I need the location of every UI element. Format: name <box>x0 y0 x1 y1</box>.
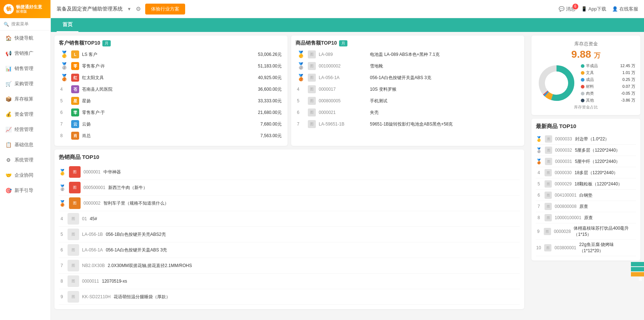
cs-hotline-btn[interactable]: 客服热线 <box>631 262 644 266</box>
legend-label: 文具 <box>586 70 621 75</box>
phone-icon: 📱 <box>581 6 587 12</box>
message-item[interactable]: 💬 消息 6 <box>559 6 575 12</box>
customer-rank-row: 🥈 零 零售客户·许 51,183.00元 <box>59 60 283 72</box>
latest-code: 003800001 <box>554 245 576 250</box>
sidebar-item-basic[interactable]: 📋 基础信息 <box>0 137 50 152</box>
legend-dot <box>581 99 584 102</box>
basic-icon: 📋 <box>5 141 12 148</box>
app-logo: 畅 畅捷通好生意 标准版 <box>0 0 50 18</box>
topbar-right: 💬 消息 6 📱 App下载 👤 在线客服 <box>559 6 638 12</box>
product-rank-row: 6 图 0000021 夹壳 <box>295 107 520 118</box>
latest-product-item: 10 图 003800001 22g鱼豆腐·烧烤味（1*12*20） <box>536 240 636 256</box>
product-img-icon: 图 <box>545 180 552 188</box>
customer-rank-row: 🥉 红 红太阳文具 40,925.00元 <box>59 72 283 83</box>
legend-dot <box>581 92 584 95</box>
online-service-item[interactable]: 👤 在线客服 <box>612 6 638 12</box>
sidebar-item-system[interactable]: ⚙ 系统管理 <box>0 152 50 168</box>
inventory-icon: 📦 <box>5 96 12 102</box>
legend-item: 成品 0.25 万 <box>581 77 635 82</box>
dropdown-icon[interactable]: ▼ <box>127 7 131 12</box>
sidebar-item-collab[interactable]: 🤝 企业协同 <box>0 168 50 183</box>
legend-dot <box>581 78 584 82</box>
latest-code: 10000100001 <box>555 215 581 220</box>
product-img-icon: 图 <box>545 158 552 165</box>
logo-icon: 畅 <box>4 4 14 14</box>
inventory-value: 9.88 万 <box>537 49 635 60</box>
sidebar-item-finance[interactable]: 💰 资金管理 <box>0 107 50 122</box>
hot-products-title: 热销商品 TOP10 <box>59 154 520 161</box>
product-rank-row: 🥈 图 001000002 雪地靴 <box>295 60 520 72</box>
tab-home[interactable]: 首页 <box>57 18 78 32</box>
app-sub: 标准版 <box>16 9 42 14</box>
chart-container: 半成品 12.45 万 文具 1.01 万 成品 0.25 万 材料 0.07 … <box>537 63 635 103</box>
hot-products-list: 🥇 图 0000001 中华神器 🥈 图 000500001 新西兰牛肉（新牛）… <box>59 164 520 305</box>
customer-ranking-badge: 月 <box>102 40 111 46</box>
collab-icon: 🤝 <box>5 172 12 179</box>
sidebar-item-label: 库存核算 <box>15 96 33 102</box>
legend-item: 肉类 -0.05 万 <box>581 91 635 96</box>
app-download-label: App下载 <box>588 6 606 12</box>
sidebar-item-guide[interactable]: 🎯 新手引导 <box>0 183 50 198</box>
customer-service-float: 客服热线 服务社区 直播 <box>631 262 644 276</box>
sidebar-item-purchase[interactable]: 🛒 采购管理 <box>0 76 50 91</box>
app-download-item[interactable]: 📱 App下载 <box>581 6 606 12</box>
product-img-icon: 图 <box>544 244 551 251</box>
system-name: 装备及固定资产辅助管理系统 <box>57 6 123 12</box>
latest-name: 原查 <box>584 215 593 221</box>
guide-icon: 🎯 <box>5 187 12 194</box>
sidebar-item-label: 营销推广 <box>15 50 33 57</box>
ranking-section: 客户销售额TOP10 月 🥇 L LS 客户 53,006.26元 🥈 零 零售… <box>54 36 524 146</box>
sidebar-item-label: 资金管理 <box>15 111 33 118</box>
latest-product-item: 7 图 000800008 原查 <box>536 201 636 212</box>
svg-point-5 <box>545 71 568 95</box>
legend-label: 成品 <box>586 77 621 82</box>
sidebar-item-label: 销售管理 <box>15 65 33 72</box>
latest-code: 0000032 <box>555 148 572 153</box>
legend-value: -0.05 万 <box>621 91 635 96</box>
product-img-icon: 图 <box>545 203 552 210</box>
latest-name: 体栩嘉枝味苏打饮品400毫升（1*15） <box>574 225 636 238</box>
online-service-label: 在线客服 <box>619 6 638 12</box>
product-img-icon: 图 <box>545 147 552 154</box>
cs-live-btn[interactable]: 直播 <box>631 272 644 276</box>
latest-product-item: 9 图 0000028 体栩嘉枝味苏打饮品400毫升（1*15） <box>536 223 636 240</box>
main-area: 装备及固定资产辅助管理系统 ▼ ⚙ 体验行业方案 💬 消息 6 📱 App下载 … <box>51 0 644 320</box>
hot-product-item: 5 图 LA-056-1B 056-1B白色按键开关壳ABS2壳 <box>59 227 520 242</box>
sidebar-item-nav[interactable]: 🏠 快捷导航 <box>0 30 50 46</box>
sidebar-item-label: 基础信息 <box>15 141 33 148</box>
hot-product-item: 8 图 0000011 12070519-xs <box>59 274 520 289</box>
home-icon: 🏠 <box>5 35 12 41</box>
latest-code: 0000028 <box>554 229 571 234</box>
latest-products-card: 最新商品 TOP10 🥇 图 0000033 封边带（1.0*22） 🥈 图 0… <box>531 119 640 260</box>
search-menu[interactable]: 🔍 搜索菜单 <box>0 18 50 30</box>
customer-ranking-card: 客户销售额TOP10 月 🥇 L LS 客户 53,006.26元 🥈 零 零售… <box>54 36 288 146</box>
latest-code: 0000030 <box>555 170 572 175</box>
sidebar-item-management[interactable]: 📈 经营管理 <box>0 122 50 137</box>
legend-item: 文具 1.01 万 <box>581 70 635 75</box>
latest-product-item: 🥉 图 0000031 5厘中纤（1220*2440） <box>536 156 636 167</box>
inventory-card: 库存总资金 9.88 万 <box>531 36 640 115</box>
settings-icon[interactable]: ⚙ <box>136 5 141 12</box>
legend-value: 12.45 万 <box>620 63 635 69</box>
sidebar-item-sales[interactable]: 📊 销售管理 <box>0 61 50 76</box>
product-rank-row: 4 图 0000017 10S 变料罗猴 <box>295 83 520 95</box>
sidebar-item-label: 企业协同 <box>15 172 33 179</box>
latest-product-item: 🥇 图 0000033 封边带（1.0*22） <box>536 134 636 145</box>
inventory-label: 库存总资金 <box>537 41 635 47</box>
product-ranking-badge: 月 <box>339 40 347 46</box>
legend-dot <box>581 64 584 68</box>
right-panel: 库存总资金 9.88 万 <box>528 32 644 320</box>
management-icon: 📈 <box>5 126 12 133</box>
trial-button[interactable]: 体验行业方案 <box>145 4 185 15</box>
product-rank-row: 5 图 000800005 手机测试 <box>295 95 520 107</box>
sidebar-item-inventory[interactable]: 📦 库存核算 <box>0 91 50 107</box>
sidebar-item-marketing[interactable]: 📢 营销推广 <box>0 46 50 61</box>
cs-community-btn[interactable]: 服务社区 <box>631 267 644 271</box>
latest-products-title: 最新商品 TOP10 <box>536 123 636 130</box>
app-name: 畅捷通好生意 <box>16 4 42 9</box>
legend-item: 其他 -3.86 万 <box>581 98 635 103</box>
latest-code: 0000031 <box>555 159 572 164</box>
search-label: 搜索菜单 <box>11 21 29 27</box>
latest-code: 004100001 <box>555 193 576 198</box>
legend-label: 其他 <box>586 98 620 103</box>
